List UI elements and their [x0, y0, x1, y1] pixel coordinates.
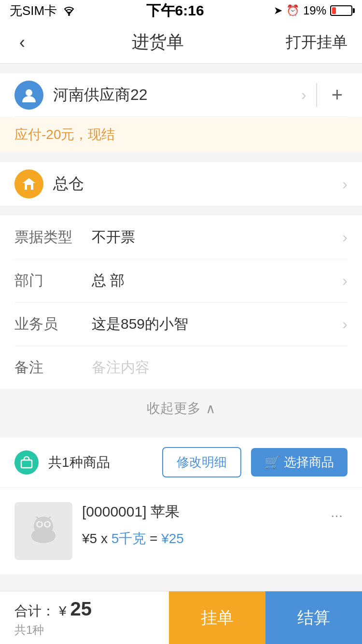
salesperson-label: 业务员 [14, 314, 92, 334]
svg-rect-3 [21, 460, 32, 468]
total-sub: 共1种 [14, 622, 154, 638]
hang-button[interactable]: 挂单 [169, 591, 265, 644]
product-item: [0000001] 苹果 ¥5 x 5千克 = ¥25 ··· [0, 488, 362, 574]
status-right: ➤ ⏰ 19% [274, 4, 352, 17]
svg-rect-2 [27, 185, 31, 190]
battery-icon [330, 5, 352, 16]
bottom-total: 合计： ¥ 25 共1种 [0, 598, 169, 638]
salesperson-row[interactable]: 业务员 这是859的小智 › [14, 302, 348, 346]
products-header: 共1种商品 修改明细 🛒 选择商品 [0, 437, 362, 488]
back-button[interactable]: ‹ [14, 28, 30, 57]
form-section: 票据类型 不开票 › 部门 总 部 › 业务员 这是859的小智 › 备注 备注… [0, 215, 362, 389]
status-time: 下午6:16 [146, 1, 204, 21]
settle-button[interactable]: 结算 [265, 591, 362, 644]
svg-point-0 [68, 14, 70, 16]
product-more-button[interactable]: ··· [326, 502, 348, 528]
section-gap-2 [0, 153, 362, 162]
main-content: 河南供应商22 › + 应付-20元，现结 总仓 › 票据类型 不开票 [0, 64, 362, 628]
hang-label: 挂单 [201, 607, 234, 629]
collapse-bar[interactable]: 收起更多 ∧ [0, 389, 362, 428]
svg-point-1 [26, 89, 32, 96]
bottom-bar: 合计： ¥ 25 共1种 挂单 结算 [0, 591, 362, 644]
settle-label: 结算 [297, 607, 330, 629]
status-bar: 无SIM卡 下午6:16 ➤ ⏰ 19% [0, 0, 362, 21]
svg-point-8 [45, 522, 49, 526]
select-product-label: 选择商品 [284, 454, 334, 471]
supplier-avatar [14, 81, 43, 110]
salesperson-value: 这是859的小智 [92, 314, 337, 334]
collapse-label: 收起更多 [147, 399, 201, 418]
battery-fill [332, 7, 336, 14]
supplier-row[interactable]: 河南供应商22 › + [14, 73, 348, 117]
price-unit: ¥5 x [82, 531, 111, 546]
department-row[interactable]: 部门 总 部 › [14, 259, 348, 302]
remark-input[interactable]: 备注内容 [92, 358, 348, 378]
supplier-section: 河南供应商22 › + [0, 73, 362, 117]
warehouse-section: 总仓 › [0, 162, 362, 206]
warehouse-icon [14, 169, 43, 198]
price-qty: 5千克 [111, 531, 146, 546]
warning-banner: 应付-20元，现结 [0, 117, 362, 153]
department-value: 总 部 [92, 271, 337, 291]
nav-bar: ‹ 进货单 打开挂单 [0, 21, 362, 64]
product-count-icon [14, 450, 39, 475]
section-gap-3 [0, 206, 362, 215]
supplier-name: 河南供应商22 [53, 84, 296, 106]
section-gap-4 [0, 428, 362, 437]
svg-point-7 [38, 522, 42, 526]
page-title: 进货单 [132, 30, 184, 54]
location-icon: ➤ [274, 4, 282, 17]
warehouse-row[interactable]: 总仓 › [14, 162, 348, 206]
status-left: 无SIM卡 [10, 2, 76, 19]
select-product-icon: 🛒 [265, 455, 280, 470]
shopping-bag-icon [19, 455, 34, 470]
product-code: [0000001] [82, 504, 151, 519]
warehouse-name: 总仓 [53, 173, 337, 195]
product-thumb-owl-icon [24, 512, 63, 550]
select-product-button[interactable]: 🛒 选择商品 [251, 448, 348, 476]
product-title: 苹果 [151, 504, 180, 519]
carrier-text: 无SIM卡 [10, 2, 57, 19]
product-count-text: 共1种商品 [48, 453, 153, 472]
department-chevron-icon: › [342, 272, 348, 290]
department-label: 部门 [14, 271, 92, 291]
bill-type-row[interactable]: 票据类型 不开票 › [14, 215, 348, 259]
collapse-icon: ∧ [206, 401, 216, 417]
bill-type-chevron-icon: › [342, 228, 348, 246]
total-main: 合计： ¥ 25 [14, 598, 154, 620]
product-name: [0000001] 苹果 [82, 502, 316, 522]
product-info: [0000001] 苹果 ¥5 x 5千克 = ¥25 [82, 502, 316, 548]
bill-type-label: 票据类型 [14, 227, 92, 247]
section-gap-1 [0, 64, 362, 73]
battery-percent: 19% [303, 4, 326, 17]
salesperson-chevron-icon: › [342, 315, 348, 333]
warehouse-chevron-icon: › [342, 175, 348, 193]
warning-text: 应付-20元，现结 [14, 127, 115, 142]
supplier-divider [316, 83, 317, 107]
edit-detail-button[interactable]: 修改明细 [162, 447, 241, 477]
open-pending-button[interactable]: 打开挂单 [286, 32, 348, 53]
home-icon [21, 176, 37, 192]
product-price: ¥5 x 5千克 = ¥25 [82, 530, 316, 548]
price-total: ¥25 [161, 531, 184, 546]
product-thumbnail [14, 502, 72, 560]
price-eq: = [146, 531, 161, 546]
alarm-icon: ⏰ [286, 4, 299, 17]
remark-label: 备注 [14, 358, 92, 378]
bill-type-value: 不开票 [92, 227, 337, 247]
total-prefix: ¥ [59, 603, 67, 619]
wifi-icon [62, 5, 76, 16]
products-section: 共1种商品 修改明细 🛒 选择商品 [0, 437, 362, 574]
remark-row[interactable]: 备注 备注内容 [14, 346, 348, 389]
add-button[interactable]: + [327, 79, 348, 111]
total-amount: 25 [70, 598, 92, 620]
chevron-right-icon: › [301, 86, 306, 104]
person-icon [20, 86, 38, 104]
total-label: 合计： [14, 602, 55, 620]
